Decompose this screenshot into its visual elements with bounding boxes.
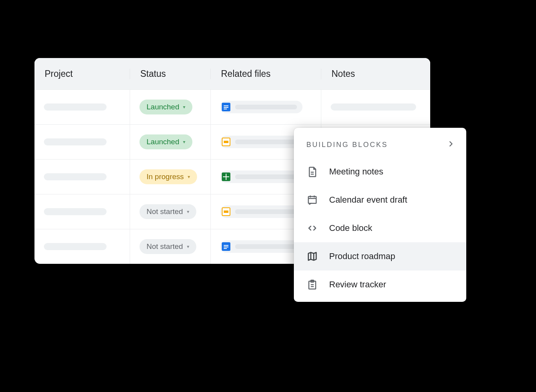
- calendar-draft-icon: [306, 194, 318, 206]
- docs-file-icon: [222, 103, 230, 111]
- menu-item-code-block[interactable]: Code block: [294, 214, 466, 242]
- table-header-row: Project Status Related files Notes: [34, 58, 430, 89]
- caret-down-icon: ▾: [188, 174, 190, 180]
- cell-status: Launched▾: [130, 90, 211, 124]
- code-block-icon: [306, 222, 318, 234]
- menu-item-label: Meeting notes: [329, 167, 383, 177]
- cell-project: [34, 194, 130, 229]
- menu-item-meeting-notes[interactable]: Meeting notes: [294, 158, 466, 186]
- placeholder-text: [331, 103, 416, 111]
- cell-notes: [321, 90, 430, 124]
- col-header-project: Project: [34, 69, 130, 79]
- col-header-related: Related files: [211, 69, 321, 79]
- placeholder-text: [235, 105, 297, 109]
- file-chip[interactable]: [220, 171, 302, 183]
- status-pill[interactable]: Launched▾: [139, 100, 192, 114]
- status-pill[interactable]: Not started▾: [139, 239, 196, 254]
- cell-project: [34, 125, 130, 159]
- cell-status: Not started▾: [130, 194, 211, 229]
- menu-item-product-roadmap[interactable]: Product roadmap: [294, 242, 466, 270]
- status-label: Launched: [147, 138, 179, 146]
- slides-file-icon: [222, 138, 230, 146]
- placeholder-text: [235, 209, 297, 214]
- cell-status: Not started▾: [130, 229, 211, 264]
- placeholder-text: [44, 243, 107, 250]
- menu-item-calendar-event-draft[interactable]: Calendar event draft: [294, 186, 466, 214]
- slides-file-icon: [222, 207, 230, 216]
- docs-file-icon: [222, 242, 230, 251]
- building-blocks-popup: BUILDING BLOCKS Meeting notesCalendar ev…: [294, 128, 466, 302]
- menu-item-label: Product roadmap: [329, 251, 395, 261]
- status-pill[interactable]: In progress▾: [139, 169, 197, 184]
- menu-item-label: Calendar event draft: [329, 195, 407, 205]
- review-tracker-icon: [306, 279, 318, 290]
- table-row: Launched▾: [34, 89, 430, 124]
- file-chip[interactable]: [220, 205, 302, 218]
- meeting-notes-icon: [306, 166, 318, 178]
- popup-header: BUILDING BLOCKS: [294, 128, 466, 158]
- status-label: Launched: [147, 103, 179, 111]
- col-header-status: Status: [130, 69, 211, 79]
- caret-down-icon: ▾: [187, 244, 189, 249]
- cell-project: [34, 160, 130, 194]
- menu-item-label: Review tracker: [329, 279, 386, 290]
- status-pill[interactable]: Launched▾: [139, 134, 192, 149]
- placeholder-text: [235, 244, 297, 249]
- svg-rect-2: [308, 196, 316, 203]
- status-label: In progress: [147, 172, 184, 181]
- chevron-right-icon[interactable]: [447, 140, 455, 150]
- status-pill[interactable]: Not started▾: [139, 204, 196, 219]
- caret-down-icon: ▾: [183, 104, 185, 110]
- status-label: Not started: [147, 242, 183, 251]
- placeholder-text: [235, 174, 297, 179]
- col-header-notes: Notes: [321, 69, 430, 79]
- file-chip[interactable]: [220, 240, 302, 253]
- placeholder-text: [44, 138, 107, 145]
- placeholder-text: [44, 208, 107, 215]
- placeholder-text: [235, 140, 297, 144]
- caret-down-icon: ▾: [183, 139, 185, 145]
- placeholder-text: [44, 173, 107, 180]
- cell-project: [34, 90, 130, 124]
- caret-down-icon: ▾: [187, 209, 189, 214]
- file-chip[interactable]: [220, 101, 302, 113]
- sheets-file-icon: [222, 172, 230, 181]
- popup-title: BUILDING BLOCKS: [306, 141, 388, 149]
- file-chip[interactable]: [220, 136, 302, 148]
- status-label: Not started: [147, 207, 183, 216]
- roadmap-icon: [306, 250, 318, 262]
- cell-status: Launched▾: [130, 125, 211, 159]
- menu-item-label: Code block: [329, 223, 372, 233]
- cell-related-files: [211, 90, 321, 124]
- menu-item-review-tracker[interactable]: Review tracker: [294, 270, 466, 299]
- cell-status: In progress▾: [130, 160, 211, 194]
- placeholder-text: [44, 103, 107, 111]
- cell-project: [34, 229, 130, 264]
